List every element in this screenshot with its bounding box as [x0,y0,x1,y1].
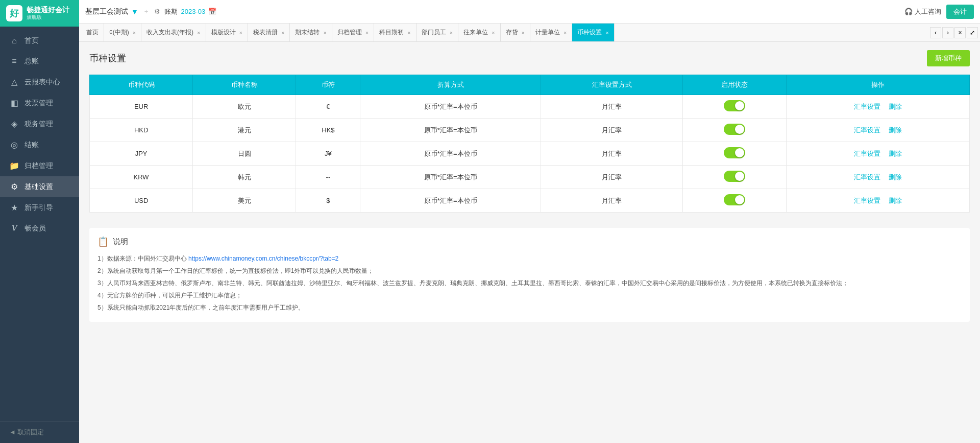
tab-unit-close[interactable]: × [564,30,567,36]
logo-icon: 好 [6,5,22,21]
cell-status-1 [683,119,786,142]
cell-rate-type-3: 月汇率 [541,166,682,189]
topbar: 基层工会测试 ▼ + ⚙ 账期 2023-03 📅 🎧 人工咨询 会计 [79,0,980,24]
cell-name-2: 日圆 [193,142,296,166]
page-title: 币种设置 [89,52,126,64]
tab-next-button[interactable]: › [942,27,953,38]
sidebar-item-member[interactable]: V 畅会员 [0,218,79,239]
tabbar-nav: ‹ › × ⤢ [930,27,978,38]
cell-rate-type-2: 月汇率 [541,142,682,166]
tab-archive[interactable]: 归档管理 × [332,24,374,42]
help-button[interactable]: 🎧 人工咨询 [904,7,941,16]
tab-partner[interactable]: 往来单位 × [458,24,500,42]
tab-yearend-close[interactable]: × [323,30,326,36]
sidebar-item-settle[interactable]: ◎ 结账 [0,134,79,155]
table-row: KRW 韩元 -- 原币*汇率=本位币 月汇率 汇率设置 删除 [90,166,970,189]
tab-prev-button[interactable]: ‹ [930,27,941,38]
basic-icon: ⚙ [9,182,19,192]
tab-dept[interactable]: 部门员工 × [416,24,458,42]
toggle-4[interactable] [724,194,745,205]
tab-unit[interactable]: 计量单位 × [530,24,572,42]
tab-stock-close[interactable]: × [522,30,525,36]
tab-currency-close[interactable]: × [605,30,608,36]
period-selector[interactable]: 账期 2023-03 📅 [164,7,216,16]
toggle-3[interactable] [724,171,745,182]
tabbar: 首页 ¢(中期) × 收入支出表(年报) × 模版设计 × 税表清册 × 期末结… [79,24,980,42]
headset-icon: 🎧 [904,8,913,15]
rate-setting-link-0[interactable]: 汇率设置 [854,103,880,110]
cell-action-3: 汇率设置 删除 [786,166,969,189]
sidebar-item-ledger[interactable]: ≡ 总账 [0,51,79,72]
new-currency-button[interactable]: 新增币种 [927,50,970,66]
toggle-0[interactable] [724,100,745,111]
main-area: 基层工会测试 ▼ + ⚙ 账期 2023-03 📅 🎧 人工咨询 会计 首页 ¢… [79,0,980,443]
settings-icon[interactable]: ⚙ [154,8,160,15]
delete-link-3[interactable]: 删除 [889,173,902,181]
tab-taxclear[interactable]: 税表清册 × [248,24,290,42]
cell-status-2 [683,142,786,166]
page-content: 币种设置 新增币种 币种代码 币种名称 币符 折算方式 汇率设置方式 启用状态 … [79,42,980,443]
tab-stock[interactable]: 存货 × [501,24,530,42]
tab-taxclear-close[interactable]: × [281,30,284,36]
sidebar-item-basic[interactable]: ⚙ 基础设置 [0,176,79,197]
col-header-action: 操作 [786,75,969,95]
toggle-track-3 [724,171,745,182]
tab-archive-close[interactable]: × [365,30,369,36]
accounting-button[interactable]: 会计 [946,5,974,19]
tab-partner-close[interactable]: × [492,30,495,36]
tab-income-close[interactable]: × [197,30,200,36]
tab-expand-button[interactable]: ⤢ [967,27,978,38]
tab-subjects[interactable]: 科目期初 × [374,24,416,42]
sidebar-item-archive-label: 归档管理 [24,161,53,171]
sidebar-item-home[interactable]: ⌂ 首页 [0,31,79,51]
notes-items: 1）数据来源：中国外汇交易中心 https://www.chinamoney.c… [97,252,962,314]
topbar-divider-1: + [144,8,149,15]
notes-item-2: 3）人民币对马来西亚林吉特、俄罗斯卢布、南非兰特、韩元、阿联酋迪拉姆、沙特里亚尔… [97,277,962,289]
toggle-2[interactable] [724,147,745,158]
tab-yearend[interactable]: 期末结转 × [290,24,332,42]
rate-setting-link-4[interactable]: 汇率设置 [854,197,880,204]
cell-calc-3: 原币*汇率=本位币 [360,166,541,189]
delete-link-1[interactable]: 删除 [889,126,902,134]
tab-unit-label: 计量单位 [535,28,560,37]
notes-link[interactable]: https://www.chinamoney.com.cn/chinese/bk… [188,255,338,262]
rate-setting-link-2[interactable]: 汇率设置 [854,150,880,157]
company-selector[interactable]: 基层工会测试 ▼ [85,7,138,16]
tab-subjects-close[interactable]: × [407,30,410,36]
ledger-icon: ≡ [9,57,19,66]
tab-template-close[interactable]: × [239,30,242,36]
tab-currency[interactable]: 币种设置 × [572,24,614,42]
rate-setting-link-1[interactable]: 汇率设置 [854,126,880,134]
sidebar-item-tax-label: 税务管理 [24,120,53,129]
cell-status-4 [683,189,786,213]
sidebar-item-invoice[interactable]: ◧ 发票管理 [0,92,79,113]
currency-table: 币种代码 币种名称 币符 折算方式 汇率设置方式 启用状态 操作 EUR 欧元 … [89,75,970,213]
rate-setting-link-3[interactable]: 汇率设置 [854,173,880,181]
sidebar-item-guide-label: 新手引导 [24,203,53,213]
tab-period[interactable]: ¢(中期) × [104,24,141,42]
tab-dept-close[interactable]: × [450,30,453,36]
sidebar-item-reports[interactable]: △ 云报表中心 [0,72,79,92]
sidebar-item-settle-label: 结账 [24,141,39,150]
delete-link-2[interactable]: 删除 [889,150,902,157]
tab-yearend-label: 期末结转 [295,28,320,37]
tab-close-all-button[interactable]: × [954,27,966,38]
sidebar-item-guide[interactable]: ★ 新手引导 [0,197,79,218]
tab-period-label: ¢(中期) [109,28,129,37]
sidebar-item-tax[interactable]: ◈ 税务管理 [0,113,79,134]
cell-status-0 [683,95,786,119]
sidebar-item-archive[interactable]: 📁 归档管理 [0,155,79,176]
col-header-code: 币种代码 [90,75,193,95]
tab-income[interactable]: 收入支出表(年报) × [141,24,206,42]
tab-period-close[interactable]: × [133,30,136,36]
toggle-track-0 [724,100,745,111]
period-value: 2023-03 [181,8,205,15]
delete-link-0[interactable]: 删除 [889,103,902,110]
cell-action-4: 汇率设置 删除 [786,189,969,213]
tab-home[interactable]: 首页 [81,24,104,42]
table-row: JPY 日圆 J¥ 原币*汇率=本位币 月汇率 汇率设置 删除 [90,142,970,166]
delete-link-4[interactable]: 删除 [889,197,902,204]
sidebar-pin-toggle[interactable]: ◄ 取消固定 [0,421,79,443]
tab-template[interactable]: 模版设计 × [206,24,248,42]
toggle-1[interactable] [724,124,745,135]
